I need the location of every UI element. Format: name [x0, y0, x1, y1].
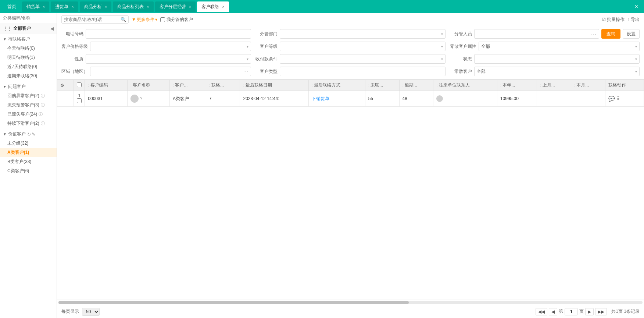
col-this-month: :本月... — [571, 80, 605, 91]
last-page-btn[interactable]: ▶▶ — [595, 308, 607, 315]
group-header-pending[interactable]: ▼ 待联络客户 — [0, 35, 57, 44]
filter-status: 状态 ▾ — [450, 54, 640, 64]
chat-icon[interactable]: 💬 — [608, 96, 615, 102]
col-last-month: :上月... — [537, 80, 571, 91]
close-icon[interactable]: × — [71, 4, 74, 9]
sidebar-item-7days[interactable]: 近7天待联络(0) — [0, 62, 57, 71]
dept-select[interactable]: ▾ — [280, 29, 445, 39]
tab-sales[interactable]: 销货单 × — [22, 1, 49, 12]
sidebar-item-c-class[interactable]: C类客户(6) — [0, 166, 57, 176]
all-customers-header: ⋮⋮ 全部客户 ◀ — [0, 23, 57, 34]
row-checkbox-cell[interactable]: 1 — [74, 91, 85, 107]
sidebar-item-today[interactable]: 今天待联络(0) — [0, 44, 57, 53]
manager-input[interactable]: ··· — [474, 29, 599, 39]
col-last-method: :最后联络方式 — [308, 80, 365, 91]
export-btn[interactable]: ↑ 导出 — [627, 17, 640, 23]
close-all-tabs[interactable]: × — [632, 3, 641, 10]
my-customer-checkbox[interactable] — [160, 17, 165, 22]
filter-search-input[interactable] — [64, 17, 119, 22]
sidebar-item-churn-warning[interactable]: 流失预警客户(3) ⓘ — [0, 100, 57, 110]
filter-bar: 🔍 ▼ 更多条件 ▾ 我分管的客户 ☑ 批量操作 ↑ 导出 — [57, 13, 644, 26]
phone-input[interactable] — [86, 29, 251, 39]
per-page-select[interactable]: 50 — [82, 308, 100, 316]
sidebar-collapse-icon[interactable]: ◀ — [50, 26, 54, 31]
retail-customer-label: 零散客户 — [450, 68, 472, 75]
sidebar-item-b-class[interactable]: B类客户(33) — [0, 157, 57, 166]
sidebar-item-tomorrow[interactable]: 明天待联络(1) — [0, 53, 57, 62]
filter-icon: ▼ — [132, 17, 136, 22]
price-grade-select[interactable]: ▾ — [90, 42, 251, 51]
tab-product-list[interactable]: 商品分析列表 × — [113, 1, 153, 12]
status-select[interactable]: ▾ — [474, 54, 640, 64]
page-number-input[interactable] — [565, 308, 578, 315]
last-method-link[interactable]: 下销货单 — [312, 96, 329, 101]
sidebar-item-overdue[interactable]: 逾期未联络(30) — [0, 71, 57, 81]
row-last-method[interactable]: 下销货单 — [308, 91, 365, 107]
retail-customer-select[interactable]: 全部 ▾ — [474, 67, 640, 76]
tab-product-analysis[interactable]: 商品分析 × — [80, 1, 111, 12]
filter-dept: 分管部门 ▾ — [255, 29, 445, 39]
tab-customer-contact[interactable]: 客户联络 × — [197, 1, 229, 12]
more-filters-btn[interactable]: ▼ 更多条件 ▾ — [132, 17, 157, 23]
tab-purchase[interactable]: 进货单 × — [51, 1, 78, 12]
close-icon[interactable]: × — [222, 4, 224, 9]
chevron-down-icon: ▾ — [247, 57, 248, 61]
payment-label: 收付款条件 — [255, 56, 278, 62]
customer-grade-select[interactable]: ▾ — [280, 42, 445, 51]
filter-region: 区域（地区） ··· — [61, 67, 251, 76]
region-input[interactable]: ··· — [90, 67, 251, 76]
filter-nature: 性质 ▾ — [61, 54, 251, 64]
next-page-btn[interactable]: ▶ — [585, 308, 594, 315]
close-icon[interactable]: × — [147, 4, 149, 9]
close-icon[interactable]: × — [189, 4, 191, 9]
setting-button[interactable]: 设置 — [623, 29, 640, 39]
edit-icon[interactable]: ✎ — [32, 132, 35, 137]
advanced-filters: 电话号码 分管部门 ▾ 分管人员 ··· 查询 设置 客户价格等级 — [57, 26, 644, 80]
col-checkbox[interactable] — [74, 80, 85, 91]
row-contact: 7 — [206, 91, 240, 107]
query-button[interactable]: 查询 — [601, 29, 620, 39]
group-value-customers: ▼ 价值客户 ↻ ✎ 未分组(32) A类客户(1) B类客户(33) C类客户… — [0, 129, 57, 176]
sidebar-item-repurchase-anomaly[interactable]: 回购异常客户(2) ⓘ — [0, 91, 57, 100]
gear-icon[interactable]: ⚙ — [60, 83, 64, 88]
chevron-down-icon: ▾ — [247, 45, 248, 49]
close-icon[interactable]: × — [105, 4, 107, 9]
horizontal-scrollbar[interactable] — [57, 300, 644, 305]
qr-icon[interactable]: ⠿ — [616, 96, 620, 102]
total-info: 共1页 1条记录 — [611, 308, 640, 315]
sidebar-search-input[interactable] — [3, 15, 57, 21]
main-layout: 🔍 ⋮⋮ 全部客户 ◀ ▼ 待联络客户 今天待联络(0) 明天待联络(1) 近7… — [0, 13, 644, 318]
select-all-checkbox[interactable] — [77, 82, 82, 87]
payment-select[interactable]: ▾ — [280, 54, 445, 64]
price-grade-label: 客户价格等级 — [61, 43, 88, 50]
sidebar-item-a-class[interactable]: A类客户(1) — [0, 148, 57, 157]
refresh-icon[interactable]: ↻ — [27, 132, 31, 137]
filter-retail-customer: 零散客户 全部 ▾ — [450, 67, 640, 76]
my-customer-filter[interactable]: 我分管的客户 — [160, 17, 193, 23]
tab-home[interactable]: 首页 — [3, 1, 21, 12]
nature-select[interactable]: ▾ — [86, 54, 251, 64]
search-icon[interactable]: 🔍 — [121, 17, 126, 22]
col-gear[interactable]: ⚙ — [57, 80, 74, 91]
sidebar-item-declining[interactable]: 持续下滑客户(2) ⓘ — [0, 119, 57, 128]
close-icon[interactable]: × — [43, 4, 45, 9]
batch-op-btn[interactable]: ☑ 批量操作 — [602, 17, 625, 23]
row-this-month — [571, 91, 605, 107]
avatar — [130, 95, 139, 103]
sidebar-item-ungrouped[interactable]: 未分组(32) — [0, 139, 57, 148]
tab-customer-tier[interactable]: 客户分层经营 × — [155, 1, 196, 12]
filter-payment: 收付款条件 ▾ — [255, 54, 445, 64]
filter-retail-attr: 零散客户属性 全部 ▾ — [450, 42, 640, 51]
first-page-btn[interactable]: ◀◀ — [536, 308, 547, 315]
chevron-down-icon: ▾ — [635, 57, 637, 61]
group-header-problem[interactable]: ▼ 问题客户 — [0, 82, 57, 91]
prev-page-btn[interactable]: ◀ — [549, 308, 557, 315]
customer-type-input[interactable] — [280, 67, 445, 76]
scrollbar-thumb[interactable] — [58, 301, 409, 304]
export-icon: ↑ — [627, 17, 630, 22]
chevron-down-icon: ▾ — [635, 70, 637, 74]
row-checkbox[interactable] — [77, 98, 82, 103]
group-header-value[interactable]: ▼ 价值客户 ↻ ✎ — [0, 130, 57, 139]
retail-attr-select[interactable]: 全部 ▾ — [479, 42, 640, 51]
sidebar-item-churned[interactable]: 已流失客户(24) ⓘ — [0, 110, 57, 119]
